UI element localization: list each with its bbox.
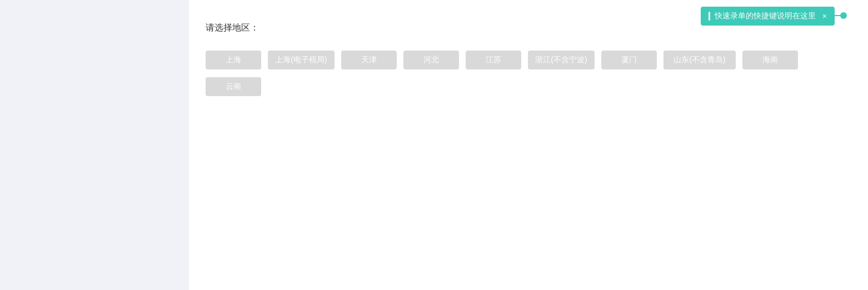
tooltip-close-button[interactable]: × [822, 12, 827, 21]
region-btn-hebei[interactable]: 河北 [403, 51, 459, 69]
tooltip-dot-indicator [840, 12, 847, 19]
tooltip-banner: 快速录单的快捷键说明在这里 × [701, 7, 835, 26]
region-btn-shandong[interactable]: 山东(不含青岛) [664, 51, 736, 69]
tooltip-bar [709, 12, 710, 21]
sidebar [0, 0, 189, 290]
region-btn-shanghai-etax[interactable]: 上海(电子税局) [268, 51, 335, 69]
region-btn-hainan[interactable]: 海南 [742, 51, 798, 69]
region-btn-xiamen[interactable]: 厦门 [601, 51, 657, 69]
region-btn-shanghai[interactable]: 上海 [206, 51, 261, 69]
region-button-group: 上海 上海(电子税局) 天津 河北 江苏 浙江(不含宁波) 厦门 山东(不含青岛… [206, 51, 851, 96]
region-btn-tianjin[interactable]: 天津 [341, 51, 397, 69]
region-btn-jiangsu[interactable]: 江苏 [466, 51, 521, 69]
tooltip-text: 快速录单的快捷键说明在这里 [715, 11, 816, 21]
region-btn-zhejiang[interactable]: 浙江(不含宁波) [528, 51, 595, 69]
region-btn-yunnan[interactable]: 云南 [206, 77, 261, 96]
main-content: 请选择地区： 上海 上海(电子税局) 天津 河北 江苏 浙江(不含宁波) 厦门 … [189, 0, 868, 290]
